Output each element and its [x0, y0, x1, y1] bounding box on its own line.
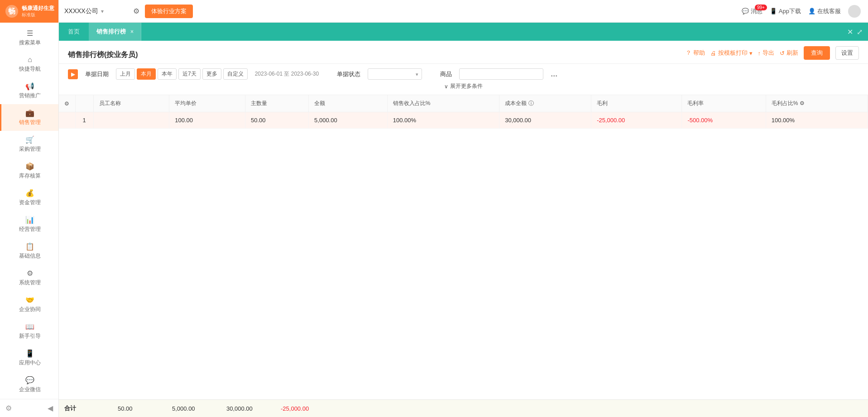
print-btn[interactable]: 🖨 按模板打印 ▾ [710, 49, 753, 57]
status-label: 单据状态 [337, 70, 360, 78]
sidebar-item-label: 库存核算 [19, 172, 41, 180]
date-label: 单据日期 [85, 70, 109, 78]
briefcase-icon: 💼 [25, 109, 34, 117]
content-area: 销售排行榜(按业务员) ？ 帮助 🖨 按模板打印 ▾ ↑ 导出 ↺ 刷新 [59, 41, 868, 417]
th-gross-pct: 毛利占比% ⚙ [766, 95, 868, 112]
home-tab-label: 首页 [68, 28, 80, 36]
search-order-icon: ☰ [27, 29, 33, 38]
sidebar-settings-btn[interactable]: ⚙ [5, 404, 12, 412]
sidebar-item-beginner[interactable]: 📖 新手引导 [0, 318, 58, 345]
help-icon: ？ [686, 49, 691, 57]
sidebar-item-marketing[interactable]: 📢 营销推广 [0, 77, 58, 104]
chart-icon: 📊 [25, 216, 34, 224]
messages-btn[interactable]: 💬 消息 99+ [742, 7, 762, 15]
td-gross-pct: 100.00% [766, 112, 868, 129]
tab-close-icon[interactable]: × [130, 29, 134, 35]
sidebar-item-search-order[interactable]: ☰ 搜索菜单 [0, 24, 58, 51]
table-row: 1 100.00 50.00 5,000.00 100.00% 30,000.0… [59, 112, 868, 129]
export-btn[interactable]: ↑ 导出 [758, 49, 775, 57]
page-header: 销售排行榜(按业务员) ？ 帮助 🖨 按模板打印 ▾ ↑ 导出 ↺ 刷新 [59, 41, 868, 64]
topbar: XXXXX公司 ▾ ⚙ 体验行业方案 💬 消息 99+ 📱 App下载 👤 在线… [59, 0, 868, 23]
period-btn-7days[interactable]: 近7天 [178, 68, 201, 80]
td-cost: 30,000.00 [499, 112, 591, 129]
footer-label: 合计 [64, 404, 112, 412]
sidebar-item-inventory[interactable]: 📦 库存核算 [0, 158, 58, 184]
th-rank [75, 95, 93, 112]
sidebar-item-sys-mgmt[interactable]: ⚙ 系统管理 [0, 264, 58, 291]
app-download-label: App下载 [779, 7, 801, 15]
user-area[interactable] [848, 5, 863, 18]
sidebar-item-label: 系统管理 [19, 279, 41, 287]
sidebar-item-label: 应用中心 [19, 359, 41, 367]
download-icon: 📱 [770, 8, 777, 14]
sales-rank-label: 销售排行榜 [96, 28, 126, 36]
refresh-btn[interactable]: ↺ 刷新 [780, 49, 798, 57]
message-icon: 💬 [742, 8, 749, 14]
tab-sales-rank[interactable]: 销售排行榜 × [89, 23, 141, 41]
td-avg-price: 100.00 [169, 112, 245, 129]
sidebar-item-enterprise-collab[interactable]: 🤝 企业协同 [0, 291, 58, 318]
sidebar-item-finance[interactable]: 💰 资金管理 [0, 184, 58, 211]
sidebar: 畅 畅康通好生意 标准版 ☰ 搜索菜单 ⌂ 快捷导航 📢 营销推广 💼 销售管理… [0, 0, 59, 417]
sidebar-item-base-info[interactable]: 📋 基础信息 [0, 238, 58, 264]
period-btn-this-month[interactable]: 本月 [137, 68, 156, 80]
company-selector[interactable]: XXXXX公司 ▾ [64, 7, 128, 15]
tabbar: 首页 销售排行榜 × ✕ ⤢ [59, 23, 868, 41]
sidebar-item-enterprise-wechat[interactable]: 💬 企业微信 [0, 371, 58, 398]
filter-row-1: ▶ 单据日期 上月 本月 本年 近7天 更多 自定义 2023-06-01 至 … [68, 68, 859, 80]
company-name: XXXXX公司 [64, 7, 98, 15]
status-select[interactable] [368, 68, 422, 80]
tab-home[interactable]: 首页 [59, 23, 89, 41]
period-btn-more[interactable]: 更多 [202, 68, 221, 80]
filter-expand-arrow[interactable]: ▶ [68, 69, 78, 79]
table-header-row: ⚙ 员工名称 平均单价 主数量 全额 销售收入占比% 成本全额 ⓘ 毛利 毛利率… [59, 95, 868, 112]
td-quantity: 50.00 [245, 112, 308, 129]
period-btns: 上月 本月 本年 近7天 更多 自定义 [116, 68, 248, 80]
handshake-icon: 🤝 [25, 296, 34, 304]
topbar-settings-btn[interactable]: ⚙ [131, 5, 141, 17]
megaphone-icon: 📢 [25, 82, 34, 91]
page-actions: ？ 帮助 🖨 按模板打印 ▾ ↑ 导出 ↺ 刷新 查询 设置 [686, 46, 859, 63]
window-expand-btn[interactable]: ⤢ [857, 28, 863, 36]
settings-btn[interactable]: 设置 [835, 46, 859, 60]
main-area: XXXXX公司 ▾ ⚙ 体验行业方案 💬 消息 99+ 📱 App下载 👤 在线… [59, 0, 868, 417]
td-gross: -25,000.00 [591, 112, 682, 129]
gear-icon: ⚙ [27, 269, 33, 278]
goods-input[interactable] [459, 68, 543, 80]
sidebar-item-label: 资金管理 [19, 199, 41, 206]
logo-text: 畅康通好生意 标准版 [22, 5, 54, 19]
period-btn-this-year[interactable]: 本年 [158, 68, 177, 80]
status-select-wrap [368, 68, 422, 80]
sidebar-item-sales-mgmt[interactable]: 💼 销售管理 [0, 104, 58, 131]
period-btn-prev-month[interactable]: 上月 [116, 68, 135, 80]
sidebar-item-label: 新手引导 [19, 332, 41, 340]
window-close-btn[interactable]: ✕ [847, 28, 853, 36]
list-icon: 📋 [25, 242, 34, 251]
sidebar-item-app-center[interactable]: 📱 应用中心 [0, 345, 58, 371]
th-settings[interactable]: ⚙ [59, 95, 75, 112]
mobile-icon: 📱 [25, 349, 34, 358]
table-body: 1 100.00 50.00 5,000.00 100.00% 30,000.0… [59, 112, 868, 129]
app-download-btn[interactable]: 📱 App下载 [770, 7, 801, 15]
sidebar-item-purchase-mgmt[interactable]: 🛒 采购管理 [0, 131, 58, 158]
more-filters-dots[interactable]: ... [551, 69, 557, 79]
th-cost: 成本全额 ⓘ [499, 95, 591, 112]
sidebar-nav: ☰ 搜索菜单 ⌂ 快捷导航 📢 营销推广 💼 销售管理 🛒 采购管理 📦 库存核… [0, 23, 58, 399]
sidebar-collapse-btn[interactable]: ◀ [48, 404, 53, 412]
help-btn[interactable]: ？ 帮助 [686, 49, 705, 57]
service-icon: 👤 [808, 8, 815, 14]
query-btn[interactable]: 查询 [804, 46, 830, 60]
sidebar-item-operation[interactable]: 📊 经营管理 [0, 211, 58, 238]
date-range: 2023-06-01 至 2023-06-30 [255, 70, 319, 78]
box-icon: 📦 [25, 162, 34, 171]
sidebar-item-label: 采购管理 [19, 145, 41, 153]
online-service-btn[interactable]: 👤 在线客服 [808, 7, 841, 15]
sidebar-item-label: 企业微信 [19, 386, 41, 393]
trial-btn[interactable]: 体验行业方案 [145, 5, 193, 18]
expand-down-icon: ∨ [444, 83, 448, 90]
sidebar-item-quick-nav[interactable]: ⌂ 快捷导航 [0, 51, 58, 77]
expand-more-btn[interactable]: ∨ 展开更多条件 [444, 82, 483, 90]
period-btn-custom[interactable]: 自定义 [223, 68, 248, 80]
money-icon: 💰 [25, 189, 34, 197]
th-amount: 全额 [309, 95, 388, 112]
